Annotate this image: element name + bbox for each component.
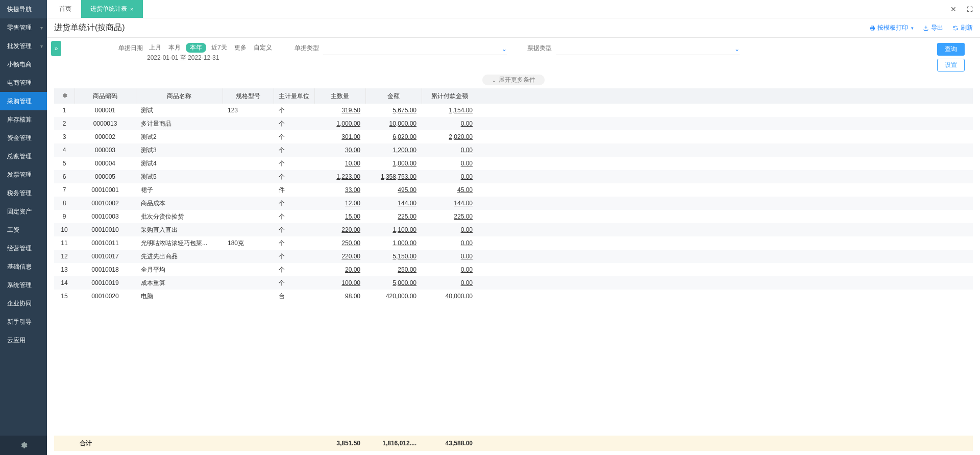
cell-amt[interactable]: 1,100.00 [365,223,422,236]
sidebar-item-2[interactable]: 批发管理▾ [0,37,47,55]
cell-qty[interactable]: 220.00 [314,250,365,263]
cell-paid[interactable]: 45.00 [422,183,478,197]
sidebar-item-3[interactable]: 小畅电商 [0,55,47,74]
cell-amt[interactable]: 495.00 [365,183,422,197]
th-qty[interactable]: 主数量 [314,88,365,104]
th-name[interactable]: 商品名称 [136,88,223,104]
sidebar-item-15[interactable]: 系统管理 [0,276,47,294]
cell-paid[interactable]: 2,020.00 [422,130,478,143]
cell-qty[interactable]: 33.00 [314,183,365,197]
cell-paid[interactable]: 0.00 [422,170,478,183]
sidebar-item-12[interactable]: 工资 [0,221,47,239]
cell-name: 裙子 [136,183,223,197]
sidebar-item-0[interactable]: 快捷导航 [0,0,47,18]
th-paid[interactable]: 累计付款金额 [422,88,478,104]
th-code[interactable]: 商品编码 [75,88,136,104]
cell-qty[interactable]: 98.00 [314,290,365,303]
cell-name: 测试2 [136,130,223,143]
cell-amt[interactable]: 5,000.00 [365,276,422,290]
export-button[interactable]: 导出 [923,23,943,32]
tab-close-all-button[interactable]: ✕ [947,3,960,15]
cell-qty[interactable]: 30.00 [314,143,365,157]
date-opt-5[interactable]: 自定义 [252,43,274,53]
cell-qty[interactable]: 20.00 [314,263,365,276]
tab-active[interactable]: 进货单统计表 × [81,0,143,18]
sidebar-item-16[interactable]: 企业协同 [0,294,47,313]
sidebar-item-13[interactable]: 经营管理 [0,239,47,257]
cell-paid[interactable]: 0.00 [422,117,478,130]
cell-qty[interactable]: 12.00 [314,197,365,210]
cell-qty[interactable]: 10.00 [314,157,365,170]
cell-amt[interactable]: 420,000.00 [365,290,422,303]
cell-paid[interactable]: 0.00 [422,143,478,157]
cell-amt[interactable]: 5,675.00 [365,104,422,117]
sidebar-item-7[interactable]: 资金管理 [0,129,47,147]
cell-paid[interactable]: 0.00 [422,157,478,170]
cell-paid[interactable]: 144.00 [422,197,478,210]
cell-amt[interactable]: 5,150.00 [365,250,422,263]
sidebar-item-6[interactable]: 库存核算 [0,110,47,129]
cell-qty[interactable]: 250.00 [314,236,365,250]
sidebar-item-11[interactable]: 固定资产 [0,202,47,221]
sidebar-item-4[interactable]: 电商管理 [0,74,47,92]
sidebar-settings-button[interactable] [0,436,47,455]
date-opt-3[interactable]: 近7天 [209,43,229,53]
doc-type-select[interactable]: ⌄ [323,43,507,55]
th-unit[interactable]: 主计量单位 [274,88,314,104]
cell-qty[interactable]: 319.50 [314,104,365,117]
expand-more-filters[interactable]: ⌄ 展开更多条件 [482,75,545,85]
sidebar-item-label: 批发管理 [7,42,32,51]
date-opt-1[interactable]: 本月 [166,43,183,53]
cell-paid[interactable]: 40,000.00 [422,290,478,303]
cell-paid[interactable]: 0.00 [422,236,478,250]
sidebar-item-14[interactable]: 基础信息 [0,257,47,276]
chevron-down-icon: ▾ [40,25,43,31]
cell-amt[interactable]: 1,000.00 [365,157,422,170]
fullscreen-button[interactable] [964,3,976,15]
sidebar-item-label: 零售管理 [7,23,32,32]
cell-paid[interactable]: 0.00 [422,250,478,263]
table-settings-button[interactable] [54,88,75,104]
sidebar-item-10[interactable]: 税务管理 [0,184,47,202]
date-opt-4[interactable]: 更多 [232,43,249,53]
cell-qty[interactable]: 100.00 [314,276,365,290]
cell-amt[interactable]: 1,200.00 [365,143,422,157]
cell-qty[interactable]: 1,000.00 [314,117,365,130]
cell-amt[interactable]: 6,020.00 [365,130,422,143]
print-template-button[interactable]: 按模板打印 ▾ [869,23,914,32]
date-opt-0[interactable]: 上月 [147,43,163,53]
cell-idx: 9 [54,210,75,223]
cell-qty[interactable]: 220.00 [314,223,365,236]
cell-unit: 个 [274,104,314,117]
query-button[interactable]: 查询 [937,43,965,56]
cell-amt[interactable]: 1,000.00 [365,236,422,250]
cell-paid[interactable]: 0.00 [422,223,478,236]
cell-paid[interactable]: 225.00 [422,210,478,223]
th-amt[interactable]: 金额 [365,88,422,104]
tab-home[interactable]: 首页 [50,0,81,18]
sidebar-item-18[interactable]: 云应用 [0,331,47,349]
th-spec[interactable]: 规格型号 [223,88,274,104]
sidebar-item-17[interactable]: 新手引导 [0,313,47,331]
settings-button[interactable]: 设置 [937,59,965,71]
cell-paid[interactable]: 0.00 [422,263,478,276]
cell-qty[interactable]: 301.00 [314,130,365,143]
cell-amt[interactable]: 10,000.00 [365,117,422,130]
cell-paid[interactable]: 1,154.00 [422,104,478,117]
ticket-type-select[interactable]: ⌄ [556,43,740,55]
cell-amt[interactable]: 225.00 [365,210,422,223]
sidebar-item-5[interactable]: 采购管理 [0,92,47,110]
date-opt-2[interactable]: 本年 [186,43,206,53]
cell-amt[interactable]: 250.00 [365,263,422,276]
sidebar-item-9[interactable]: 发票管理 [0,165,47,184]
cell-paid[interactable]: 0.00 [422,276,478,290]
sidebar-item-8[interactable]: 总账管理 [0,147,47,165]
expand-sidebar-tab[interactable]: » [51,41,61,56]
cell-qty[interactable]: 15.00 [314,210,365,223]
close-icon[interactable]: × [130,6,133,12]
cell-amt[interactable]: 1,358,753.00 [365,170,422,183]
refresh-button[interactable]: 刷新 [952,23,973,32]
sidebar-item-1[interactable]: 零售管理▾ [0,18,47,37]
cell-qty[interactable]: 1,223.00 [314,170,365,183]
cell-amt[interactable]: 144.00 [365,197,422,210]
